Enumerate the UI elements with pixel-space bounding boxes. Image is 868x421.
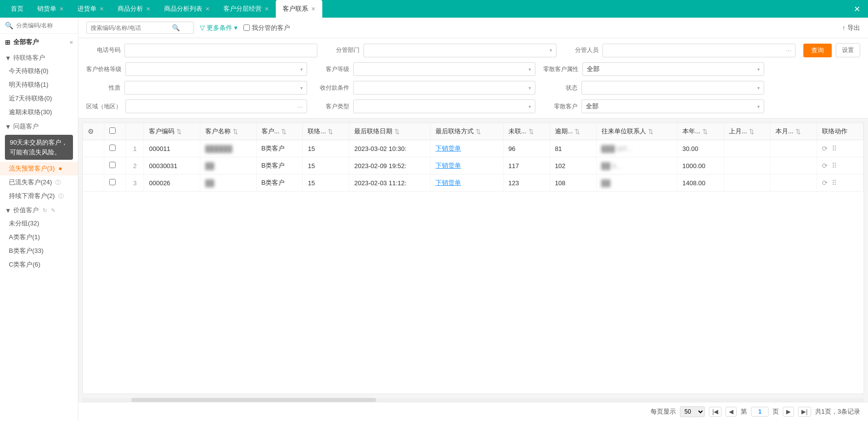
sidebar-item-today[interactable]: 今天待联络(0)	[0, 64, 78, 78]
th-name[interactable]: 客户名称⇅	[200, 123, 256, 140]
filter-manager-select[interactable]: ···	[603, 44, 796, 57]
action-more-icon-1[interactable]: ⠿	[832, 162, 837, 170]
row-checkbox-1[interactable]	[109, 162, 116, 168]
th-category[interactable]: 客户...⇅	[256, 123, 303, 140]
th-last-month[interactable]: 上月...⇅	[723, 123, 770, 140]
tab-purchase-label: 进货单	[77, 4, 96, 13]
filter-region: 区域（地区） ···	[86, 99, 307, 113]
action-link-icon-1[interactable]: ⟳	[822, 162, 828, 170]
tab-purchase-close[interactable]: ✕	[99, 6, 104, 12]
filter-dept-select[interactable]: ▾	[363, 44, 556, 57]
my-customers-checkbox[interactable]	[243, 25, 250, 31]
action-link-icon-2[interactable]: ⟳	[822, 179, 828, 187]
cell-this-year-2: 1408.00	[677, 174, 724, 192]
filter-payment-label: 收付款条件	[315, 84, 349, 92]
total-records: 共1页，3条记录	[815, 407, 860, 416]
tab-sales-close[interactable]: ✕	[59, 6, 64, 12]
export-button[interactable]: ↑ 导出	[843, 24, 861, 32]
filter-status-select[interactable]: ▾	[581, 81, 764, 95]
arrow-5: ▾	[529, 85, 531, 91]
my-customers-filter[interactable]: 我分管的客户	[243, 24, 290, 32]
sidebar-item-ungrouped[interactable]: 未分组(32)	[0, 217, 78, 230]
cell-check-0[interactable]	[104, 140, 126, 157]
prev-page-button[interactable]: ◀	[725, 407, 737, 417]
th-unit-contact[interactable]: 往来单位联系人⇅	[596, 123, 677, 140]
th-contact[interactable]: 联络...⇅	[303, 123, 349, 140]
settings-button[interactable]: 设置	[836, 43, 860, 57]
sidebar-item-overdue[interactable]: 逾期未联络(30)	[0, 105, 78, 119]
row-checkbox-2[interactable]	[109, 179, 116, 185]
filter-price-grade-select[interactable]: ▾	[125, 62, 307, 76]
cell-method-2[interactable]: 下销货单	[431, 174, 504, 192]
filter-scattered-select[interactable]: 全部 ▾	[581, 99, 764, 113]
sidebar-item-c-class[interactable]: C类客户(6)	[0, 258, 78, 272]
filter-scattered-attr-select[interactable]: 全部 ▾	[582, 62, 764, 76]
sidebar-item-tomorrow[interactable]: 明天待联络(1)	[0, 78, 78, 92]
horizontal-scrollbar[interactable]	[82, 398, 864, 402]
next-page-button[interactable]: ▶	[783, 407, 794, 417]
filter-payment-select[interactable]: ▾	[353, 81, 536, 95]
sidebar-all-customers[interactable]: ⊞ 全部客户 «	[0, 34, 78, 50]
scroll-thumb[interactable]	[131, 398, 376, 402]
settings-gear-icon[interactable]: ⚙	[88, 127, 94, 135]
th-last-date[interactable]: 最后联络日期⇅	[349, 123, 431, 140]
tab-product-analysis[interactable]: 商品分析 ✕	[111, 0, 157, 18]
filter-type-select[interactable]: ▾	[353, 99, 536, 113]
th-last-method[interactable]: 最后联络方式⇅	[431, 123, 504, 140]
th-overdue[interactable]: 逾期...⇅	[550, 123, 596, 140]
filter-search-input[interactable]	[91, 25, 169, 31]
tab-purchase[interactable]: 进货单 ✕	[71, 0, 111, 18]
last-page-button[interactable]: ▶|	[798, 407, 811, 417]
action-link-icon-0[interactable]: ⟳	[822, 145, 828, 152]
filter-dept: 分管部门 ▾	[325, 44, 556, 57]
tab-sales[interactable]: 销货单 ✕	[30, 0, 71, 18]
tab-home[interactable]: 首页	[4, 0, 30, 18]
sidebar-search-input[interactable]	[16, 22, 78, 29]
filter-phone-input[interactable]	[124, 44, 317, 57]
window-close-icon[interactable]: ✕	[850, 4, 864, 14]
sidebar-group-pending-label: 待联络客户	[13, 53, 45, 62]
sidebar-item-b-class[interactable]: B类客户(33)	[0, 244, 78, 258]
filter-customer-grade-select[interactable]: ▾	[353, 62, 536, 76]
th-uncontacted[interactable]: 未联...⇅	[503, 123, 550, 140]
filter-scattered-value: 全部	[586, 102, 599, 111]
page-number-input[interactable]	[751, 407, 769, 417]
filter-more-button[interactable]: ▽ 更多条件 ▾	[200, 24, 238, 32]
th-checkbox[interactable]	[104, 123, 126, 140]
sidebar-item-declining[interactable]: 持续下滑客户(2) ⓘ	[0, 189, 78, 203]
tab-customer-contact[interactable]: 客户联系 ✕	[276, 0, 322, 18]
refresh-icon[interactable]: ↻	[43, 207, 47, 214]
cell-method-1[interactable]: 下销货单	[431, 157, 504, 174]
filter-region-select[interactable]: ···	[125, 99, 307, 113]
action-more-icon-0[interactable]: ⠿	[832, 145, 837, 152]
th-settings[interactable]: ⚙	[83, 123, 104, 140]
tab-product-list[interactable]: 商品分析列表 ✕	[157, 0, 217, 18]
cell-method-0[interactable]: 下销货单	[431, 140, 504, 157]
cell-action-2: ⟳ ⠿	[817, 174, 863, 192]
th-this-month[interactable]: 本月...⇅	[770, 123, 817, 140]
query-button[interactable]: 查询	[803, 44, 832, 57]
sidebar-item-7days[interactable]: 近7天待联络(0)	[0, 92, 78, 105]
arrow-3: ▾	[757, 67, 760, 72]
sidebar-item-churned[interactable]: 已流失客户(24) ⓘ	[0, 175, 78, 189]
tab-customer-contact-close[interactable]: ✕	[311, 6, 315, 12]
tab-customer-tier[interactable]: 客户分层经营 ✕	[217, 0, 276, 18]
first-page-button[interactable]: |◀	[709, 407, 722, 417]
cell-check-1[interactable]	[104, 157, 126, 174]
sidebar-collapse-icon[interactable]: «	[70, 39, 73, 46]
select-all-checkbox[interactable]	[109, 127, 116, 134]
row-checkbox-0[interactable]	[109, 145, 116, 151]
tab-customer-tier-close[interactable]: ✕	[265, 6, 269, 12]
cell-check-2[interactable]	[104, 174, 126, 192]
th-code[interactable]: 客户编码⇅	[144, 123, 200, 140]
action-more-icon-2[interactable]: ⠿	[832, 179, 837, 187]
sidebar-item-a-class[interactable]: A类客户(1)	[0, 230, 78, 244]
per-page-select[interactable]: 50 100	[680, 406, 705, 417]
edit-icon[interactable]: ✎	[51, 207, 55, 214]
sidebar-item-churn-warning[interactable]: 流失预警客户(3) ●	[0, 162, 78, 175]
tab-product-list-close[interactable]: ✕	[205, 6, 210, 12]
th-this-year[interactable]: 本年...⇅	[677, 123, 724, 140]
filter-nature-select[interactable]: ▾	[124, 81, 307, 95]
filter-payment: 收付款条件 ▾	[315, 81, 536, 95]
tab-product-analysis-close[interactable]: ✕	[146, 6, 150, 12]
